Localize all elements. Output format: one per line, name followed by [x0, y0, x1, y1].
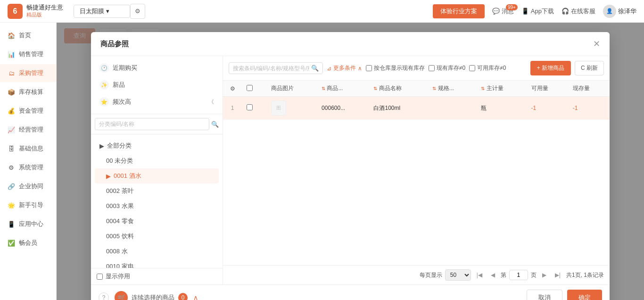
category-item-tea[interactable]: 0002 茶叶: [95, 183, 219, 199]
sidebar-item-inventory[interactable]: 📦 库存核算: [0, 83, 56, 101]
avatar: 👤: [603, 5, 616, 18]
row-image-cell: 图: [266, 97, 317, 120]
modal-close-button[interactable]: ✕: [593, 39, 600, 49]
page-size-select[interactable]: 50 100: [445, 269, 471, 281]
quick-link-new[interactable]: ✨ 新品: [95, 77, 219, 93]
app-download-btn[interactable]: 📱 App下载: [521, 7, 554, 16]
category-item-fruit[interactable]: 0003 水果: [95, 199, 219, 214]
next-page-btn[interactable]: ▶: [539, 271, 549, 279]
modal-body: 🕐 近期购买 ✨ 新品 ⭐ 频次高 《: [91, 56, 610, 284]
user-info[interactable]: 👤 徐泽华: [603, 5, 636, 18]
current-stock-label: 现有库存≠0: [437, 64, 465, 72]
table-col-gear[interactable]: ⚙: [223, 81, 242, 97]
show-disabled-checkbox[interactable]: [97, 274, 103, 280]
quick-link-recent[interactable]: 🕐 近期购买: [95, 60, 219, 76]
sidebar-label-system: 系统管理: [19, 163, 43, 172]
experience-btn[interactable]: 体验行业方案: [433, 4, 485, 18]
quick-link-frequent[interactable]: ⭐ 频次高 《: [95, 94, 219, 110]
category-search-icon[interactable]: 🔍: [211, 121, 219, 128]
select-all-checkbox[interactable]: [247, 85, 253, 91]
category-item-unclassified[interactable]: 00 未分类: [95, 153, 219, 168]
display-disabled-section: 显示停用: [91, 268, 223, 284]
page-number-input[interactable]: [509, 270, 528, 280]
table-col-unit[interactable]: ⇅ 主计量: [476, 81, 526, 97]
product-thumbnail: 图: [271, 100, 286, 116]
message-btn[interactable]: 💬 消息 99+: [492, 7, 514, 16]
category-item-liquor[interactable]: ▶ 0001 酒水: [95, 168, 219, 183]
category-search-section: 🔍: [91, 114, 223, 134]
last-page-btn[interactable]: ▶|: [552, 271, 563, 279]
row-checkbox[interactable]: [247, 104, 253, 110]
row-stock-cell: -1: [568, 97, 610, 120]
sidebar-label-finance: 资金管理: [19, 107, 43, 115]
table-col-spec[interactable]: ⇅ 规格...: [428, 81, 476, 97]
sidebar-item-home[interactable]: 🏠 首页: [0, 26, 56, 44]
table-toolbar-right: + 新增商品 C 刷新: [530, 61, 604, 75]
sidebar-item-purchase[interactable]: 🗂 采购管理: [0, 64, 56, 82]
add-product-btn[interactable]: + 新增商品: [530, 61, 571, 75]
finance-icon: 💰: [8, 107, 15, 115]
confirm-button[interactable]: 确定: [567, 290, 602, 300]
total-records-label: 共1页, 1条记录: [566, 271, 604, 279]
sidebar-item-basicinfo[interactable]: 🗄 基础信息: [0, 140, 56, 158]
filter-icon: ⊿: [327, 65, 331, 72]
sidebar-item-operations[interactable]: 📈 经营管理: [0, 121, 56, 139]
cart-icon[interactable]: 🛒: [115, 291, 128, 300]
sidebar-item-finance[interactable]: 💰 资金管理: [0, 102, 56, 120]
prev-page-btn[interactable]: ◀: [488, 271, 498, 279]
logo-text-block: 畅捷通好生意 精品版: [26, 4, 63, 19]
content-area: 查询 设置 刷新 商品参照 ✕ 🕐: [57, 23, 644, 300]
footer-collapse-arrow[interactable]: ∧: [193, 294, 198, 300]
sidebar-item-system[interactable]: ⚙ 系统管理: [0, 158, 56, 176]
product-table-container: ⚙ 商品图片 ⇅ 商品...: [223, 81, 610, 265]
online-service-btn[interactable]: 🎧 在线客服: [561, 7, 595, 16]
logo-icon: 6: [8, 4, 23, 19]
table-row[interactable]: 1 图 000600... 白酒100ml: [223, 97, 610, 120]
row-checkbox-cell[interactable]: [242, 97, 266, 120]
category-item-beverage[interactable]: 0005 饮料: [95, 229, 219, 244]
category-item-appliance[interactable]: 0010 家电: [95, 259, 219, 268]
current-stock-filter[interactable]: 现有库存≠0: [429, 64, 465, 72]
settings-icon[interactable]: ⚙: [130, 4, 145, 19]
category-item-snack[interactable]: 0004 零食: [95, 214, 219, 229]
first-page-btn[interactable]: |◀: [474, 271, 485, 279]
quick-link-new-label: 新品: [113, 81, 125, 89]
category-search-input[interactable]: [95, 118, 209, 130]
sidebar-item-enterprise[interactable]: 🔗 企业协同: [0, 177, 56, 195]
sidebar-item-member[interactable]: ✅ 畅会员: [0, 234, 56, 252]
table-col-code[interactable]: ⇅ 商品...: [317, 81, 369, 97]
table-col-image: 商品图片: [266, 81, 317, 97]
page-text: 第: [501, 271, 506, 279]
expand-liquor-icon: ▶: [106, 173, 111, 180]
store-name: 日太阳膜: [80, 7, 104, 16]
available-stock-checkbox[interactable]: [469, 65, 475, 71]
category-item-water[interactable]: 0008 水: [95, 244, 219, 259]
pagination: 每页显示 50 100 |◀ ◀ 第 页 ▶ ▶|: [223, 265, 610, 284]
store-selector[interactable]: 日太阳膜 ▾: [74, 5, 130, 18]
available-stock-label: 可用库存≠0: [477, 64, 506, 72]
warehouse-stock-filter[interactable]: 按仓库显示现有库存: [366, 64, 425, 72]
quick-links-section: 🕐 近期购买 ✨ 新品 ⭐ 频次高 《: [91, 56, 223, 114]
expand-all-icon: ▶: [99, 142, 104, 150]
current-stock-checkbox[interactable]: [429, 65, 435, 71]
sort-spec-icon: ⇅: [432, 86, 436, 91]
logo-area: 6 畅捷通好生意 精品版: [8, 4, 64, 19]
refresh-product-btn[interactable]: C 刷新: [575, 61, 604, 75]
product-search-input[interactable]: [233, 65, 309, 72]
collapse-icon[interactable]: 《: [208, 98, 214, 106]
table-col-name[interactable]: ⇅ 商品名称: [369, 81, 428, 97]
sidebar-item-appcenter[interactable]: 📱 应用中心: [0, 215, 56, 233]
sidebar-item-guide[interactable]: 🌟 新手引导: [0, 196, 56, 214]
category-item-all[interactable]: ▶ 全部分类: [95, 138, 219, 153]
cancel-button[interactable]: 取消: [527, 290, 562, 300]
top-nav: 6 畅捷通好生意 精品版 日太阳膜 ▾ ⚙ 体验行业方案 💬 消息 99+ 📱 …: [0, 0, 644, 23]
sidebar-item-sales[interactable]: 📊 销售管理: [0, 45, 56, 63]
help-icon[interactable]: ?: [99, 292, 109, 300]
sidebar-label-purchase: 采购管理: [19, 69, 43, 77]
available-stock-filter[interactable]: 可用库存≠0: [469, 64, 506, 72]
search-toolbar: 🔍 ⊿ 更多条件 ∧ 按仓库显示现有库存: [223, 56, 610, 81]
message-badge: 99+: [506, 4, 518, 10]
warehouse-stock-checkbox[interactable]: [366, 65, 372, 71]
nav-right: 体验行业方案 💬 消息 99+ 📱 App下载 🎧 在线客服 👤 徐泽华: [433, 4, 636, 18]
more-filter-btn[interactable]: ⊿ 更多条件 ∧: [327, 64, 362, 72]
